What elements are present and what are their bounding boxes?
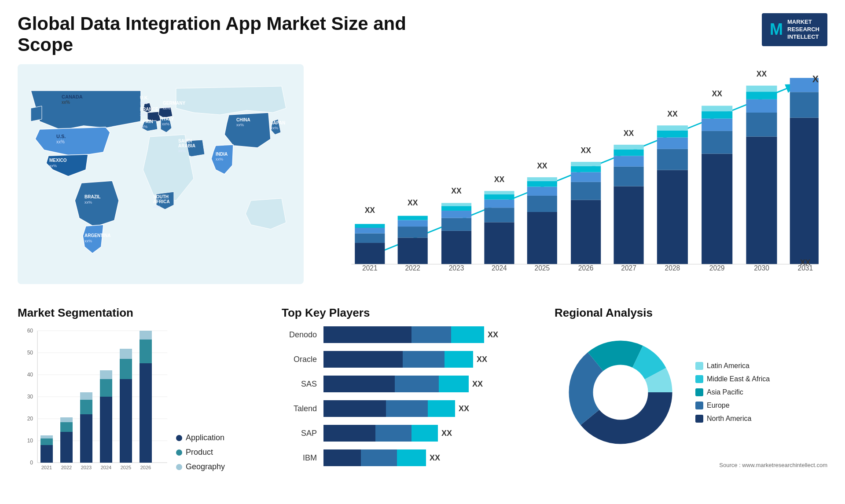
seg-bar-2026-geo (140, 331, 152, 340)
reg-color-mea (695, 375, 703, 383)
svg-text:2023: 2023 (81, 465, 92, 470)
bar-2022-light (398, 220, 428, 226)
denodo-bar-seg2 (411, 326, 451, 343)
bar-2030-cyan (746, 91, 777, 99)
talend-xx: XX (459, 404, 469, 413)
bar-2027-mid (614, 167, 643, 186)
chart-section: XX 2021 XX 2022 XX 2023 XX 2024 (317, 64, 827, 293)
seg-bar-2023-prod (80, 400, 92, 414)
talend-bar-seg1 (323, 400, 386, 417)
saudi-value: xx% (178, 149, 186, 153)
player-name-sap: SAP (282, 429, 317, 438)
regional-inner: Latin America Middle East & Africa Asia … (555, 326, 827, 458)
seg-bar-2025-app (120, 379, 132, 463)
brazil-label: BRAZIL (84, 194, 101, 199)
svg-text:2025: 2025 (121, 465, 131, 470)
legend-application: Application (176, 433, 225, 442)
bar-2030-lcyan (746, 86, 777, 92)
bar-2024-light (484, 200, 514, 208)
bar-2022-mid (398, 226, 428, 237)
bar-2023-mid (441, 218, 471, 231)
logo-m-letter: M (770, 20, 783, 39)
denodo-bar-seg1 (323, 326, 411, 343)
oracle-bar-seg3 (445, 351, 473, 368)
seg-bar-2022-app (60, 432, 73, 463)
reg-label-mea: Middle East & Africa (707, 375, 770, 383)
seg-bar-2023-geo (80, 392, 92, 400)
talend-bar-seg2 (386, 400, 428, 417)
bar-2029-light (702, 119, 732, 131)
sap-bar-seg1 (323, 425, 375, 442)
players-list: Denodo XX Oracle XX (282, 326, 546, 466)
logo-area: M MARKET RESEARCH INTELLECT (762, 13, 827, 46)
donut-center (594, 366, 647, 419)
us-label: U.S. (56, 134, 66, 139)
mexico-label: MEXICO (49, 158, 67, 163)
player-name-oracle: Oracle (282, 355, 317, 364)
sas-bar-seg2 (395, 376, 439, 392)
bar-2021-label: XX (365, 206, 375, 215)
player-name-denodo: Denodo (282, 330, 317, 340)
ibm-xx: XX (430, 453, 440, 463)
bar-2022-dark (398, 237, 428, 264)
argentina-label: ARGENTINA (84, 233, 110, 238)
brazil-value: xx% (84, 200, 92, 205)
reg-color-na (695, 415, 703, 423)
france-value: xx% (140, 112, 147, 117)
world-map-svg: CANADA xx% U.S. xx% MEXICO xx% BRAZIL xx… (18, 64, 304, 284)
year-2024: 2024 (492, 264, 507, 272)
southafrica-label: SOUTH (153, 194, 169, 199)
year-2021: 2021 (362, 264, 378, 272)
spain-label: SPAIN (140, 119, 153, 124)
svg-text:60: 60 (27, 328, 33, 334)
main-bar-chart: XX 2021 XX 2022 XX 2023 XX 2024 (326, 69, 819, 289)
reg-color-latin (695, 362, 703, 370)
regional-section: Regional Analysis (555, 306, 827, 504)
bar-2021-mid (355, 234, 385, 243)
bar-2027-lcyan (614, 145, 643, 150)
map-section: CANADA xx% U.S. xx% MEXICO xx% BRAZIL xx… (18, 64, 304, 293)
bar-2027-cyan (614, 150, 643, 156)
player-row-sas: SAS XX (282, 376, 546, 392)
page-title: Global Data Integration App Market Size … (18, 13, 414, 55)
seg-bar-2024-prod (100, 379, 112, 397)
southafrica-value: xx% (153, 205, 161, 209)
germany-value: xx% (163, 106, 170, 110)
canada-label: CANADA (62, 94, 83, 99)
bar-2028-dark (657, 170, 688, 264)
india-value: xx% (216, 157, 223, 161)
svg-text:30: 30 (27, 394, 33, 400)
sap-bar-seg3 (411, 425, 438, 442)
denodo-bar-seg3 (451, 326, 484, 343)
year-2025: 2025 (534, 264, 550, 272)
header: Global Data Integration App Market Size … (18, 13, 827, 55)
segmentation-section: Market Segmentation 0 10 20 30 40 50 60 (18, 306, 273, 504)
player-name-ibm: IBM (282, 453, 317, 463)
china-label: CHINA (236, 117, 250, 122)
mexico-value: xx% (49, 164, 57, 168)
france-label: FRANCE (140, 107, 158, 112)
saudi-label: SAUDI (178, 139, 192, 143)
reg-legend-north-america: North America (695, 415, 770, 423)
bar-2021-cyan (355, 224, 385, 228)
player-bar-sas: XX (323, 376, 546, 392)
year-2026: 2026 (578, 264, 594, 272)
logo-text: MARKET RESEARCH INTELLECT (787, 18, 819, 41)
legend-dot-product (176, 449, 182, 456)
bar-2025-mid (527, 196, 557, 212)
year-2022: 2022 (405, 264, 420, 272)
logo-line3: INTELLECT (787, 33, 819, 41)
bar-2029-lcyan (702, 106, 732, 111)
sas-bar-seg1 (323, 376, 395, 392)
sas-bar-seg3 (439, 376, 469, 392)
reg-label-asia: Asia Pacific (707, 388, 743, 396)
player-row-talend: Talend XX (282, 400, 546, 417)
bar-2027-dark (614, 186, 643, 264)
year-2031: 2031 (797, 264, 813, 272)
bar-2023-light (441, 211, 471, 218)
bar-2028-mid (657, 149, 688, 170)
bar-2029-label: XX (712, 89, 722, 98)
logo-line1: MARKET (787, 18, 819, 26)
bar-2026-dark (571, 200, 601, 264)
bottom-section: Market Segmentation 0 10 20 30 40 50 60 (18, 306, 827, 504)
